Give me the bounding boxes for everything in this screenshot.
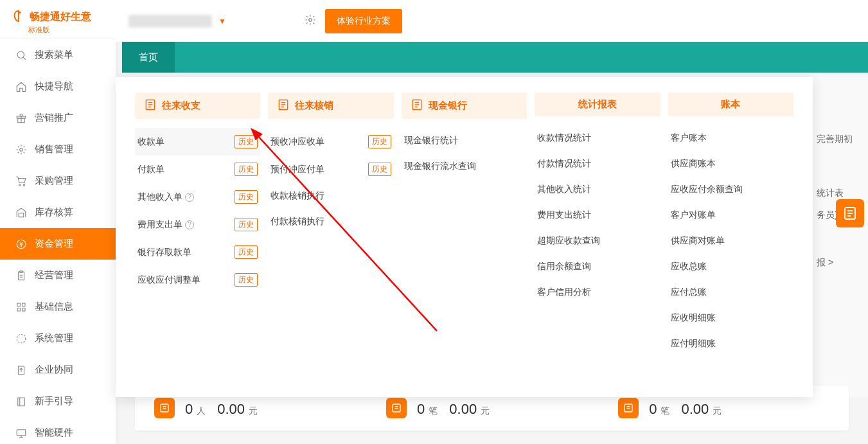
mega-menu-item[interactable]: 收款核销执行 <box>268 183 393 209</box>
mega-menu-item[interactable]: 超期应收款查询 <box>535 228 660 254</box>
sidebar-item-label: 销售管理 <box>35 143 73 155</box>
sidebar-item-label: 资金管理 <box>35 238 73 250</box>
mega-menu-item[interactable]: 预收冲应收单历史 <box>268 128 393 155</box>
sidebar-item-label: 新手引导 <box>35 395 73 407</box>
tv-icon <box>15 427 27 439</box>
brand-logo: 畅捷通好生意 标准版 <box>0 0 116 39</box>
sidebar-item-label: 采购管理 <box>35 175 73 187</box>
mega-item-label: 应付总账 <box>671 287 707 298</box>
mega-menu-item[interactable]: 现金银行流水查询 <box>402 154 527 179</box>
mega-column-title: 账本 <box>721 98 740 111</box>
tab-home[interactable]: 首页 <box>122 42 175 73</box>
mega-menu-item[interactable]: 费用支出单?历史 <box>135 211 260 238</box>
mega-menu-item[interactable]: 客户对账单 <box>668 202 793 228</box>
mega-menu-item[interactable]: 供应商账本 <box>668 151 793 177</box>
history-tag[interactable]: 历史 <box>235 135 258 148</box>
mega-item-label: 收款单 <box>137 136 164 148</box>
mega-column-title: 现金银行 <box>429 100 467 112</box>
mega-menu-item[interactable]: 预付冲应付单历史 <box>268 155 393 183</box>
sidebar-item-search[interactable]: 搜索菜单 <box>0 39 116 71</box>
mega-menu-item[interactable]: 收款情况统计 <box>535 125 660 151</box>
mega-menu-item[interactable]: 付款核销执行 <box>268 209 393 235</box>
gift-icon <box>15 112 27 124</box>
svg-rect-7 <box>19 213 24 217</box>
sidebar-item-label: 营销推广 <box>35 112 73 124</box>
sidebar-item-basicinfo[interactable]: 基础信息 <box>0 291 116 323</box>
svg-rect-23 <box>624 404 632 412</box>
mega-item-label: 其他收入统计 <box>537 184 591 195</box>
stat-amount: 0.00 <box>681 401 709 418</box>
sidebar-item-system[interactable]: 系统管理 <box>0 323 116 354</box>
sidebar-item-hardware[interactable]: 智能硬件 <box>0 417 116 444</box>
circle-icon <box>15 333 27 344</box>
mega-menu-item[interactable]: 应收总账 <box>668 254 793 280</box>
mega-menu-item[interactable]: 客户信用分析 <box>535 280 660 305</box>
warehouse-icon <box>15 207 27 218</box>
industry-plan-button[interactable]: 体验行业方案 <box>325 9 402 33</box>
mega-menu-item[interactable]: 其他收入统计 <box>535 177 660 202</box>
sidebar-item-collab[interactable]: 企业协同 <box>0 354 116 386</box>
mega-item-label: 应收应付余额查询 <box>671 184 743 195</box>
peek-text: 完善期初 <box>817 129 868 150</box>
brand-name: 畅捷通好生意 <box>30 10 91 24</box>
mega-item-label: 应收总账 <box>671 261 707 272</box>
mega-item-label: 收款核销执行 <box>270 190 324 202</box>
svg-rect-12 <box>22 303 26 306</box>
mega-menu-item[interactable]: 客户账本 <box>668 125 793 151</box>
stat-icon <box>618 398 639 418</box>
logo-icon <box>12 9 26 25</box>
mega-item-label: 现金银行流水查询 <box>404 161 476 172</box>
help-icon[interactable]: ? <box>185 193 194 202</box>
history-tag[interactable]: 历史 <box>235 273 258 287</box>
history-tag[interactable]: 历史 <box>368 163 391 176</box>
tab-bar: 首页 <box>122 42 868 73</box>
sidebar-item-guide[interactable]: 新手引导 <box>0 386 116 417</box>
sidebar-item-marketing[interactable]: 营销推广 <box>0 102 116 134</box>
sidebar-item-inventory[interactable]: 库存核算 <box>0 197 116 228</box>
gear-icon[interactable] <box>305 14 316 28</box>
sidebar-item-funds[interactable]: 资金管理 <box>0 228 116 260</box>
column-header-icon <box>411 98 423 113</box>
sidebar-item-purchase[interactable]: 采购管理 <box>0 165 116 197</box>
mega-menu-item[interactable]: 供应商对账单 <box>668 228 793 254</box>
money-icon <box>15 238 27 250</box>
history-tag[interactable]: 历史 <box>235 163 258 176</box>
mega-menu-item[interactable]: 应付总账 <box>668 280 793 305</box>
history-tag[interactable]: 历史 <box>235 245 258 259</box>
org-selector[interactable]: ▼ <box>128 15 296 28</box>
peek-text: 报 > <box>817 252 868 274</box>
history-tag[interactable]: 历史 <box>235 190 258 204</box>
mega-menu-item[interactable]: 应收应付余额查询 <box>668 177 793 202</box>
org-name-blurred <box>128 15 212 28</box>
cart-icon <box>15 175 27 187</box>
sidebar-item-sales[interactable]: 销售管理 <box>0 134 116 165</box>
mega-column: 现金银行现金银行统计现金银行流水查询 <box>402 93 527 382</box>
history-tag[interactable]: 历史 <box>235 218 258 231</box>
stat-icon <box>154 398 175 418</box>
mega-menu-item[interactable]: 费用支出统计 <box>535 202 660 228</box>
mega-menu-item[interactable]: 银行存取款单历史 <box>135 238 260 266</box>
mega-menu-item[interactable]: 收款单历史 <box>135 128 260 155</box>
sidebar-item-label: 基础信息 <box>35 301 73 313</box>
mega-menu-item[interactable]: 付款情况统计 <box>535 151 660 177</box>
search-icon <box>15 49 27 61</box>
svg-rect-21 <box>161 404 168 412</box>
svg-point-19 <box>309 19 312 22</box>
mega-menu-item[interactable]: 现金银行统计 <box>402 128 527 154</box>
right-panel-peek: 完善期初 统计表 务员) 报 > <box>813 77 868 397</box>
sidebar-item-quicknav[interactable]: 快捷导航 <box>0 71 116 102</box>
report-chip-icon[interactable] <box>836 199 864 227</box>
mega-item-label: 现金银行统计 <box>404 135 458 147</box>
mega-menu-item[interactable]: 应收明细账 <box>668 305 793 331</box>
mega-menu-item[interactable]: 其他收入单?历史 <box>135 183 260 211</box>
help-icon[interactable]: ? <box>185 220 194 229</box>
mega-menu-item[interactable]: 付款单历史 <box>135 155 260 183</box>
stat-count: 0 <box>185 401 193 418</box>
mega-menu-item[interactable]: 应付明细账 <box>668 331 793 357</box>
history-tag[interactable]: 历史 <box>368 135 391 148</box>
sidebar-item-operations[interactable]: 经营管理 <box>0 260 116 291</box>
mega-menu-item[interactable]: 应收应付调整单历史 <box>135 266 260 294</box>
mega-menu-item[interactable]: 信用余额查询 <box>535 254 660 280</box>
stat-unit: 笔 <box>429 405 438 417</box>
sidebar-item-label: 智能硬件 <box>35 427 73 439</box>
